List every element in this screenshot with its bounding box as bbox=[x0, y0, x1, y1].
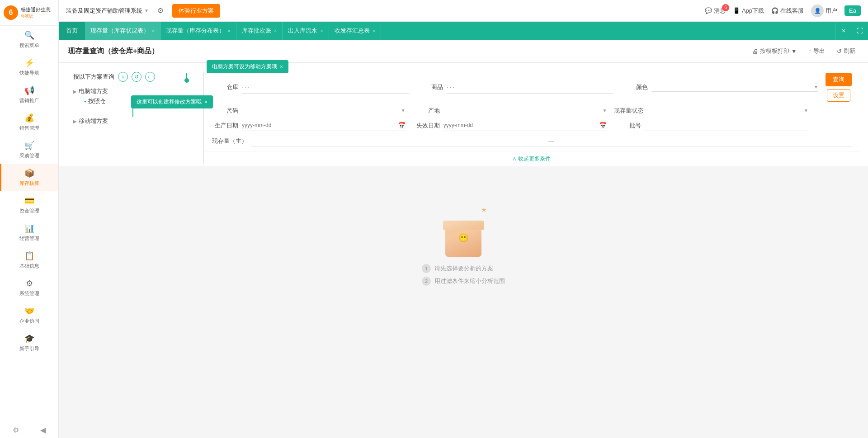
size-selector[interactable]: ▼ bbox=[242, 106, 406, 115]
expiry-date-input[interactable] bbox=[443, 122, 598, 128]
messages-btn[interactable]: 💬 消息 6 bbox=[705, 7, 726, 15]
system-icon: ⚙ bbox=[26, 278, 33, 288]
production-date-input[interactable] bbox=[242, 122, 396, 128]
tab-inventory-dist-close[interactable]: × bbox=[227, 28, 230, 33]
production-date-picker[interactable]: 📅 bbox=[242, 120, 406, 131]
sidebar-item-guide[interactable]: 🎓 新手引导 bbox=[0, 329, 58, 357]
sidebar-item-search-menu[interactable]: 🔍 搜索菜单 bbox=[0, 26, 58, 53]
sidebar-item-label: 经营管理 bbox=[19, 235, 39, 242]
sidebar: 6 畅捷通好生意 标准版 🔍 搜索菜单 ⚡ 快捷导航 📢 营销推广 💰 销售管理… bbox=[0, 0, 59, 438]
expiry-date-picker[interactable]: 📅 bbox=[443, 120, 607, 131]
export-icon: ↑ bbox=[809, 48, 812, 55]
gear-button[interactable]: ⚙ bbox=[154, 5, 167, 17]
warehouse-selector[interactable]: ··· bbox=[242, 81, 409, 94]
filter-refresh-btn[interactable]: ↺ bbox=[132, 72, 142, 82]
header-left: 装备及固定资产辅助管理系统 ▼ ⚙ 体验行业方案 bbox=[66, 4, 220, 18]
collapse-bar[interactable]: ∧ 收起更多条件 bbox=[204, 151, 859, 166]
expiry-calendar-icon[interactable]: 📅 bbox=[599, 122, 607, 129]
desktop-branch-expand-icon[interactable]: ▶ bbox=[73, 89, 77, 94]
online-support-btn[interactable]: 🎧 在线客服 bbox=[771, 7, 804, 15]
system-selector[interactable]: 装备及固定资产辅助管理系统 ▼ bbox=[66, 7, 149, 15]
origin-selector[interactable]: ▼ bbox=[443, 106, 607, 115]
sidebar-item-operation[interactable]: 📊 经营管理 bbox=[0, 219, 58, 246]
tab-batch-account-close[interactable]: × bbox=[274, 28, 277, 33]
stock-main-from-input[interactable] bbox=[251, 137, 547, 144]
print-chevron-icon: ▼ bbox=[791, 48, 797, 55]
tab-inventory-status[interactable]: 现存量（库存状况表） × bbox=[85, 22, 160, 40]
tab-close-all-btn[interactable]: × bbox=[835, 22, 852, 40]
tab-batch-account-label: 库存批次账 bbox=[242, 27, 271, 35]
tab-in-out-flow[interactable]: 出入库流水 × bbox=[283, 22, 329, 40]
purchase-icon: 🛒 bbox=[24, 141, 34, 151]
messages-badge: 6 bbox=[722, 4, 729, 11]
settings-bottom-btn[interactable]: ⚙ bbox=[13, 426, 19, 434]
sidebar-item-label: 系统管理 bbox=[19, 290, 39, 297]
sidebar-item-quick-nav[interactable]: ⚡ 快捷导航 bbox=[0, 53, 58, 81]
mobile-branch-expand-icon[interactable]: ▶ bbox=[73, 119, 77, 124]
sidebar-item-purchase[interactable]: 🛒 采购管理 bbox=[0, 136, 58, 164]
connector-line-bottom bbox=[132, 108, 133, 117]
sidebar-item-label: 企业协同 bbox=[19, 318, 39, 325]
tab-inventory-dist[interactable]: 现存量（库存分布表） × bbox=[160, 22, 236, 40]
refresh-btn[interactable]: ↺ 刷新 bbox=[833, 45, 859, 57]
sidebar-item-basic-info[interactable]: 📋 基础信息 bbox=[0, 246, 58, 274]
sidebar-nav: 🔍 搜索菜单 ⚡ 快捷导航 📢 营销推广 💰 销售管理 🛒 采购管理 📦 库存核… bbox=[0, 26, 58, 422]
tab-inventory-status-close[interactable]: × bbox=[152, 28, 155, 33]
app-download-label: App下载 bbox=[742, 7, 764, 15]
sidebar-item-system[interactable]: ⚙ 系统管理 bbox=[0, 274, 58, 301]
warehouse-dots[interactable]: ··· bbox=[242, 83, 250, 91]
trial-button[interactable]: 体验行业方案 bbox=[172, 4, 220, 18]
batch-field: 批号 bbox=[614, 120, 808, 131]
production-calendar-icon[interactable]: 📅 bbox=[398, 122, 406, 129]
step-2-num: 2 bbox=[422, 277, 431, 286]
tab-collect-summary[interactable]: 收发存汇总表 × bbox=[329, 22, 381, 40]
stock-status-selector[interactable]: ▼ bbox=[647, 106, 808, 115]
tab-home[interactable]: 首页 bbox=[59, 22, 85, 40]
tooltip1-close-btn[interactable]: × bbox=[280, 64, 283, 70]
tooltip2-close-btn[interactable]: × bbox=[204, 99, 208, 105]
expand-btn[interactable]: Ea bbox=[844, 5, 861, 16]
tab-batch-account[interactable]: 库存批次账 × bbox=[236, 22, 283, 40]
production-date-field: 生产日期 📅 bbox=[211, 120, 406, 131]
search-button[interactable]: 查询 bbox=[826, 73, 852, 86]
logo-name: 畅捷通好生意 bbox=[21, 6, 51, 13]
tab-in-out-flow-close[interactable]: × bbox=[320, 28, 323, 33]
sidebar-item-sales[interactable]: 💰 销售管理 bbox=[0, 108, 58, 136]
app-download-btn[interactable]: 📱 App下载 bbox=[733, 7, 764, 15]
empty-steps: 1 请先选择要分析的方案 2 用过滤条件来缩小分析范围 bbox=[422, 264, 505, 286]
step-2-text: 用过滤条件来缩小分析范围 bbox=[434, 277, 505, 285]
print-btn[interactable]: 🖨 按模板打印 ▼ bbox=[749, 45, 801, 57]
tab-fullscreen-btn[interactable]: ⛶ bbox=[852, 22, 868, 40]
step-1-num: 1 bbox=[422, 264, 431, 273]
color-selector[interactable]: ▼ bbox=[651, 83, 818, 92]
expand-label: Ea bbox=[849, 7, 856, 14]
export-label: 导出 bbox=[813, 47, 825, 55]
sidebar-item-label: 采购管理 bbox=[19, 152, 39, 159]
user-area[interactable]: 👤 用户 bbox=[811, 5, 837, 17]
top-header: 装备及固定资产辅助管理系统 ▼ ⚙ 体验行业方案 💬 消息 6 📱 App下载 … bbox=[59, 0, 868, 22]
settings-button[interactable]: 设置 bbox=[827, 89, 850, 102]
filter-add-btn[interactable]: + bbox=[118, 72, 128, 82]
sidebar-item-enterprise[interactable]: 🤝 企业协同 bbox=[0, 301, 58, 329]
system-title: 装备及固定资产辅助管理系统 bbox=[66, 7, 142, 15]
goods-dots[interactable]: ··· bbox=[447, 83, 455, 91]
page-title: 现存量查询（按仓库+商品） bbox=[68, 47, 159, 56]
batch-label: 批号 bbox=[614, 122, 641, 130]
stock-main-to-input[interactable] bbox=[556, 137, 852, 144]
tooltip2-text: 这里可以创建和修改方案哦 bbox=[137, 98, 202, 106]
sidebar-item-finance[interactable]: 💳 资金管理 bbox=[0, 191, 58, 219]
collapse-sidebar-btn[interactable]: ◀ bbox=[40, 426, 46, 434]
sidebar-item-marketing[interactable]: 📢 营销推广 bbox=[0, 81, 58, 108]
sidebar-item-inventory[interactable]: 📦 库存核算 bbox=[0, 164, 58, 191]
batch-input[interactable] bbox=[645, 120, 808, 131]
tab-collect-summary-close[interactable]: × bbox=[373, 28, 375, 33]
goods-selector[interactable]: ··· bbox=[447, 81, 613, 94]
desktop-scheme-child[interactable]: 按照仓 bbox=[88, 97, 106, 105]
phone-icon: 📱 bbox=[733, 7, 740, 14]
size-field: 尺码 ▼ bbox=[211, 106, 406, 115]
logo-area: 6 畅捷通好生意 标准版 bbox=[0, 0, 58, 26]
box-star-icon: ★ bbox=[481, 206, 487, 213]
collapse-label: 收起更多条件 bbox=[518, 155, 551, 162]
export-btn[interactable]: ↑ 导出 bbox=[805, 45, 829, 57]
filter-arrow-btn[interactable]: ←← bbox=[145, 72, 155, 82]
